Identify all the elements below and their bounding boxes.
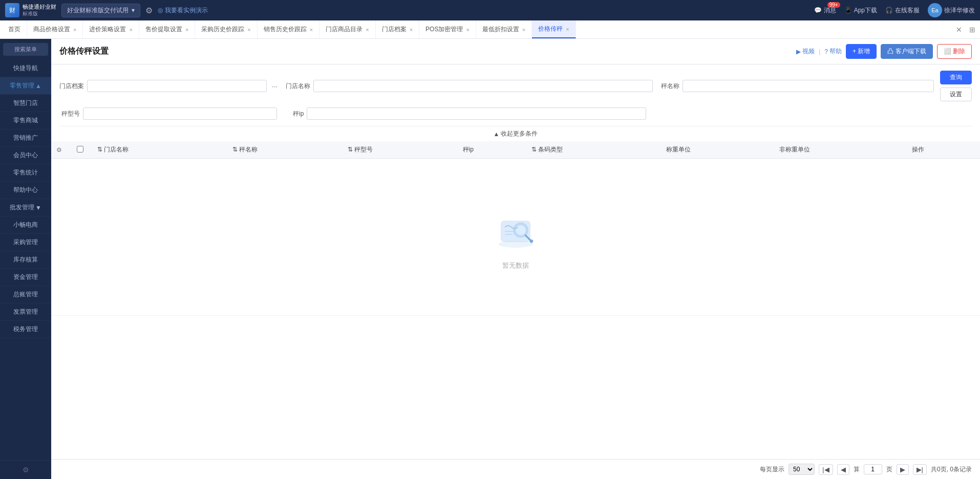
sidebar-item-quick-nav[interactable]: 快捷导航 [0,60,51,77]
prev-page-button[interactable]: ◀ [837,464,849,475]
page-number-input[interactable] [864,464,882,474]
store-archive-label: 门店档案 [59,82,84,91]
tab-sales-history[interactable]: 销售历史价跟踪 × [258,20,319,38]
scale-ip-input[interactable] [307,107,646,120]
column-settings-icon[interactable]: ⚙ [56,146,62,154]
chevron-down-icon: ▾ [132,7,135,14]
filter-row-2: 秤型号 秤ip [59,107,972,120]
sidebar-item-retail-mall[interactable]: 零售商城 [0,112,51,129]
sidebar-item-general-ledger[interactable]: 总账管理 [0,286,51,303]
close-tab-purchase-history[interactable]: × [247,27,250,33]
video-link[interactable]: ▶ 视频 [796,47,815,56]
tab-store-catalog[interactable]: 门店商品目录 × [319,20,375,38]
close-tab-min-discount[interactable]: × [522,27,525,33]
per-page-label: 每页显示 [760,465,784,474]
scale-model-input[interactable] [83,107,277,120]
empty-state: 暂无数据 [56,163,975,311]
demo-button[interactable]: 我要看实例演示 [158,6,208,15]
tab-home[interactable]: 首页 [2,20,27,38]
th-weight-unit: 称重单位 [661,141,774,159]
online-service-button[interactable]: 🎧 在线客服 [885,6,920,15]
search-menu-button[interactable]: 搜索菜单 [3,43,48,56]
collapse-filter-button[interactable]: ▲ 收起更多条件 [59,126,972,141]
store-name-input[interactable] [313,80,653,92]
last-page-button[interactable]: ▶| [913,464,927,475]
message-badge: 99+ [827,2,840,8]
close-all-tabs-button[interactable]: ✕ [953,25,965,35]
th-scale-ip: 秤ip [458,141,526,159]
sidebar-item-help-center[interactable]: 帮助中心 [0,182,51,199]
total-info: 共0页, 0条记录 [931,465,972,474]
select-all-checkbox[interactable] [77,146,83,153]
sidebar-item-wholesale-mgmt[interactable]: 批发管理 ▼ [0,199,51,216]
close-tab-product-price[interactable]: × [73,27,76,33]
filter-scale-ip: 秤ip [283,107,646,120]
headset-icon: 🎧 [885,7,893,14]
sidebar: 搜索菜单 快捷导航 零售管理 ▲ 智慧门店 零售商城 营销推广 会员中心 零 [0,39,51,479]
tab-product-price[interactable]: 商品价格设置 × [27,20,83,38]
sidebar-item-ecommerce[interactable]: 小畅电商 [0,216,51,234]
tabs-menu-button[interactable]: ⊞ [967,25,978,35]
add-button[interactable]: + 新增 [846,44,877,59]
scale-name-input[interactable] [683,80,934,92]
delete-button[interactable]: ⬜ 删除 [937,44,972,59]
th-barcode-type: ⇅ 条码类型 [526,141,662,159]
tab-price-scale[interactable]: 价格传秤 × [532,20,576,38]
logo-icon: 财 [5,3,19,17]
page-label: 算 [854,465,860,474]
logo-area: 财 畅捷通好业财 标准版 [5,3,56,17]
sidebar-item-smart-store[interactable]: 智慧门店 [0,95,51,112]
close-tab-sales-history[interactable]: × [310,27,313,33]
client-download-button[interactable]: 凸 客户端下载 [881,44,932,59]
tab-min-discount[interactable]: 最低折扣设置 × [476,20,532,38]
tab-sale-price[interactable]: 售价提取设置 × [139,20,195,38]
tab-purchase-strategy[interactable]: 进价策略设置 × [83,20,139,38]
sidebar-search-area: 搜索菜单 [0,39,51,60]
sidebar-item-tax-mgmt[interactable]: 税务管理 [0,321,51,338]
sidebar-item-invoice-mgmt[interactable]: 发票管理 [0,303,51,321]
close-tab-purchase-strategy[interactable]: × [129,27,132,33]
sidebar-item-member[interactable]: 会员中心 [0,147,51,164]
table-header-tools: ⚙ [56,146,67,154]
store-archive-ellipsis[interactable]: ··· [270,80,280,92]
scale-ip-label: 秤ip [283,110,304,118]
sidebar-item-retail-mgmt[interactable]: 零售管理 ▲ [0,77,51,95]
sidebar-item-purchase-mgmt[interactable]: 采购管理 [0,234,51,251]
sidebar-item-finance[interactable]: 资金管理 [0,269,51,286]
table-wrap: ⚙ ⇅ 门店名称 ⇅ 秤名称 [51,141,980,459]
page-title: 价格传秤设置 [59,46,109,57]
avatar: Ea [928,3,942,17]
store-name-label: 门店名称 [286,82,310,91]
tab-store-archive[interactable]: 门店档案 × [376,20,419,38]
sidebar-item-marketing[interactable]: 营销推广 [0,129,51,147]
close-tab-pos-encrypt[interactable]: × [466,27,469,33]
close-tab-price-scale[interactable]: × [566,26,569,32]
tab-purchase-history[interactable]: 采购历史价跟踪 × [195,20,257,38]
svg-point-6 [530,239,534,243]
version-selector[interactable]: 好业财标准版交付试用 ▾ [61,4,140,17]
store-archive-input[interactable] [87,80,267,92]
sidebar-settings-button[interactable]: ⚙ [0,460,51,479]
scale-model-label: 秤型号 [59,110,80,118]
empty-illustration [490,204,541,255]
close-tab-sale-price[interactable]: × [185,27,188,33]
sidebar-item-retail-stats[interactable]: 零售统计 [0,164,51,182]
tab-pos-encrypt[interactable]: POS加密管理 × [419,20,476,38]
per-page-select[interactable]: 10 20 50 100 [789,464,815,475]
first-page-button[interactable]: |◀ [819,464,833,475]
app-download-button[interactable]: 📱 App下载 [844,6,877,15]
settings-icon[interactable]: ⚙ [145,6,153,15]
set-button[interactable]: 设置 [940,88,972,101]
close-tab-store-archive[interactable]: × [410,27,413,33]
scale-name-label: 秤名称 [659,82,679,91]
sidebar-item-inventory[interactable]: 库存核算 [0,251,51,269]
user-profile-button[interactable]: Ea 徐泽华修改 [928,3,975,17]
message-button[interactable]: 💬 消息 99+ [814,6,836,15]
sub-header: 价格传秤设置 ▶ 视频 | ? 帮助 + 新增 凸 客户端下载 [51,39,980,64]
help-link[interactable]: ? 帮助 [824,47,842,56]
next-page-button[interactable]: ▶ [897,464,909,475]
page-unit: 页 [886,465,892,474]
query-button[interactable]: 查询 [940,71,972,84]
close-tab-store-catalog[interactable]: × [366,27,369,33]
empty-text: 暂无数据 [502,261,529,270]
